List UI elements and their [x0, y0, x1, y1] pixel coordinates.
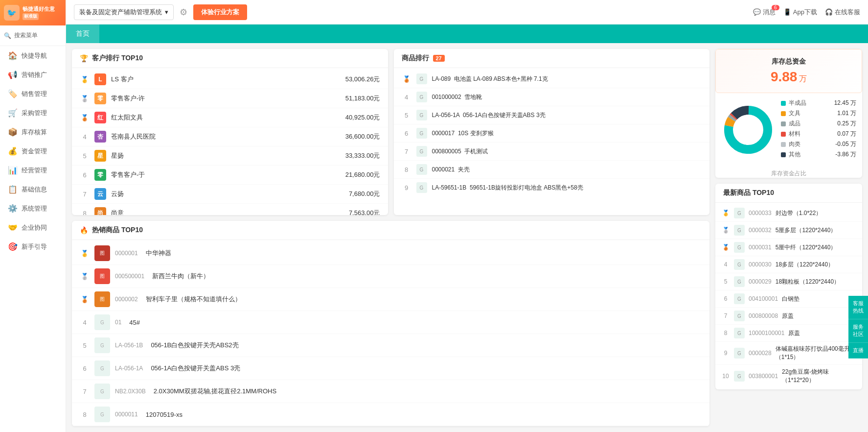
hp-rank: 4 [80, 319, 90, 326]
latest-product-item[interactable]: 8 G 10000100001 原盖 [715, 325, 862, 342]
lp-thumb: G [734, 276, 745, 287]
product-code: LA-056-1B [115, 342, 143, 349]
nav-label: 基础信息 [22, 185, 47, 194]
float-btn[interactable]: 直播 [848, 343, 868, 359]
sidebar-item-系统管理[interactable]: ⚙️系统管理 [0, 199, 66, 218]
product-right-item[interactable]: 8 G 0000021 夹壳 [394, 161, 710, 179]
rank-number: 4 [80, 133, 90, 141]
nav-label: 营销推广 [22, 71, 47, 79]
legend-item: 成品 0.25 万 [781, 120, 856, 128]
product-name: 2.0X30MM双搓花轴,搓花直径2.1MM/ROHS [154, 387, 276, 396]
sidebar-item-采购管理[interactable]: 🛒采购管理 [0, 103, 66, 122]
product-right-item[interactable]: 7 G 000800005 手机测试 [394, 143, 710, 161]
sidebar-item-营销推广[interactable]: 📢营销推广 [0, 65, 66, 84]
lp-rank-num: 8 [721, 330, 730, 336]
product-name: 新西兰牛肉（新牛） [152, 272, 209, 281]
message-icon: 💬 [753, 8, 761, 16]
sidebar-item-基础信息[interactable]: 📋基础信息 [0, 180, 66, 199]
lp-name: 白钢垫 [782, 295, 856, 303]
inventory-value-row: 9.88 万 [724, 69, 854, 85]
hot-products-title: 热销商品 TOP10 [92, 226, 143, 235]
latest-product-item[interactable]: 4 G 0000030 18多层（1220*2440） [715, 256, 862, 273]
hot-product-item[interactable]: 🥈 图 000500001 新西兰牛肉（新牛） [72, 265, 709, 288]
customer-ranking-item[interactable]: 4 杏 苍南县人民医院 36,600.00元 [72, 127, 388, 146]
latest-product-item[interactable]: 6 G 004100001 白钢垫 [715, 290, 862, 308]
legend-dot [781, 101, 786, 106]
latest-product-item[interactable]: 7 G 000800008 原盖 [715, 308, 862, 325]
latest-product-item[interactable]: 5 G 0000029 18颗粒板（1220*2440） [715, 273, 862, 290]
nav-icon: 🎯 [8, 242, 18, 251]
lp-rank-num: 6 [721, 295, 730, 302]
lp-name: 封边带（1.0*22） [776, 209, 856, 217]
lp-name: 5厘多层（1220*2440） [776, 226, 856, 235]
sidebar-item-企业协同[interactable]: 🤝企业协同 [0, 218, 66, 237]
hot-product-item[interactable]: 6 G LA-056-1A 056-1A白色按键开关盖ABS 3壳 [72, 357, 709, 380]
product-right-item[interactable]: 4 G 001000002 雪地靴 [394, 88, 710, 106]
pr-info: LA-59651-1B 59651-1B旋转投影灯电池盒 ABS黑色+58壳 [432, 184, 702, 192]
sidebar-item-快捷导航[interactable]: 🏠快捷导航 [0, 46, 66, 65]
customer-ranking-item[interactable]: 6 零 零售客户-于 21,680.00元 [72, 166, 388, 185]
message-action[interactable]: 💬 消息 6 [753, 8, 776, 17]
inventory-card: 库存总资金 9.88 万 [715, 49, 862, 178]
sidebar-item-新手引导[interactable]: 🎯新手引导 [0, 237, 66, 256]
customer-ranking-item[interactable]: 🥉 红 红太阳文具 40,925.00元 [72, 108, 388, 127]
fire-icon: 🔥 [80, 226, 88, 234]
settings-button[interactable]: ⚙ [180, 7, 187, 18]
product-code: 01 [115, 319, 121, 326]
pr-info: 000800005 手机测试 [432, 147, 702, 156]
donut-chart [721, 103, 775, 157]
legend-dot [781, 132, 786, 137]
legend-item: 半成品 12.45 万 [781, 99, 856, 107]
float-btn[interactable]: 服务 社区 [848, 319, 868, 343]
latest-product-item[interactable]: 🥈 G 0000032 5厘多层（1220*2440） [715, 222, 862, 239]
trial-button[interactable]: 体验行业方案 [193, 4, 247, 20]
sidebar-item-库存核算[interactable]: 📦库存核算 [0, 122, 66, 142]
lp-thumb: G [734, 348, 745, 359]
latest-products-header: 最新商品 TOP10 [715, 184, 862, 203]
tab-home[interactable]: 首页 [66, 24, 99, 43]
latest-product-item[interactable]: 10 G 003800001 22g鱼豆腐-烧烤味（1*12*20） [715, 365, 862, 387]
customer-ranking-item[interactable]: 🥇 L LS 客户 53,006.26元 [72, 70, 388, 89]
lp-name: 原盖 [782, 312, 856, 320]
lp-code: 0000029 [749, 278, 772, 285]
hot-product-item[interactable]: 🥇 图 0000001 中华神器 [72, 242, 709, 265]
latest-product-item[interactable]: 9 G 0000028 体碱嘉核味苏打饮品400毫升（1*15） [715, 342, 862, 365]
lp-rank-num: 5 [721, 278, 730, 285]
lp-rank-num: 4 [721, 261, 730, 268]
legend-item: 其他 -3.86 万 [781, 150, 856, 159]
sidebar-item-资金管理[interactable]: 💰资金管理 [0, 142, 66, 161]
hot-product-item[interactable]: 8 G 0000011 12070519-xs [72, 403, 709, 426]
online-service-action[interactable]: 🎧 在线客服 [825, 8, 860, 17]
pr-thumb: G [416, 182, 427, 193]
customer-ranking-item[interactable]: 5 星 星扬 33,333.00元 [72, 146, 388, 166]
latest-product-item[interactable]: 🥇 G 0000033 封边带（1.0*22） [715, 205, 862, 222]
rank-icon: 杏 [94, 131, 106, 143]
product-right-item[interactable]: 9 G LA-59651-1B 59651-1B旋转投影灯电池盒 ABS黑色+5… [394, 179, 710, 196]
hot-product-item[interactable]: 4 G 01 45# [72, 311, 709, 334]
product-thumb: G [94, 407, 110, 422]
rank-name: 尚意 [111, 209, 344, 215]
latest-product-item[interactable]: 🥉 G 0000031 5厘中纤（1220*2440） [715, 239, 862, 256]
product-right-item[interactable]: 5 G LA-056-1A 056-1A白色按键开关盖ABS 3壳 [394, 106, 710, 124]
trophy-icon: 🏆 [80, 54, 88, 62]
float-btn[interactable]: 客服 热线 [848, 296, 868, 319]
hot-product-item[interactable]: 7 G NB2.0X30B 2.0X30MM双搓花轴,搓花直径2.1MM/ROH… [72, 380, 709, 403]
product-right-item[interactable]: 🥉 G LA-089 电池盖 LA-089 ABS本色+黑种 7.1克 [394, 70, 710, 88]
donut-svg [721, 103, 775, 157]
customer-ranking-item[interactable]: 8 尚 尚意 7,563.00元 [72, 204, 388, 215]
hot-product-item[interactable]: 🥉 图 0000002 智利车子里（规格不知道填什么） [72, 288, 709, 311]
lp-thumb: G [734, 328, 745, 338]
customer-ranking-item[interactable]: 🥈 零 零售客户-许 51,183.00元 [72, 89, 388, 108]
product-right-item[interactable]: 6 G 0000017 10S 变刹罗猴 [394, 124, 710, 143]
app-download-action[interactable]: 📱 App下载 [783, 8, 817, 17]
pr-rank: 6 [402, 130, 411, 137]
hot-product-item[interactable]: 5 G LA-056-1B 056-1B白色按键开关壳ABS2壳 [72, 334, 709, 357]
sidebar-item-经营管理[interactable]: 📊经营管理 [0, 161, 66, 180]
sidebar-item-销售管理[interactable]: 🏷️销售管理 [0, 84, 66, 103]
system-selector[interactable]: 装备及固定资产辅助管理系统 ▾ [74, 4, 174, 20]
search-menu-button[interactable]: 🔍 搜索菜单 [4, 29, 62, 42]
lp-code: 10000100001 [749, 330, 784, 336]
customer-ranking-item[interactable]: 7 云 云扬 7,680.00元 [72, 185, 388, 204]
rank-name: LS 客户 [111, 75, 341, 84]
product-thumb: 图 [94, 291, 110, 307]
